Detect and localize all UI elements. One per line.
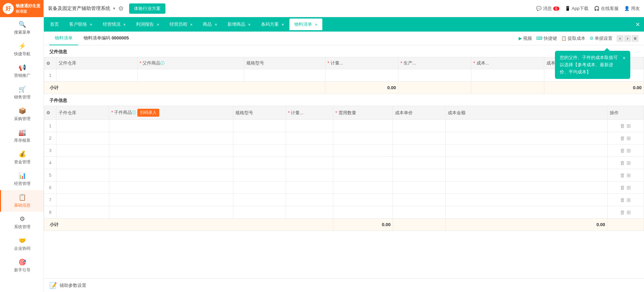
nav-tab-close-8[interactable]: × — [315, 22, 318, 27]
nav-tab-1[interactable]: 客户联络× — [64, 19, 97, 30]
child-cell-warehouse-3[interactable] — [57, 144, 109, 157]
close-all-tabs[interactable]: ✕ — [633, 21, 643, 28]
sub-tab-list[interactable]: 物料清单 — [49, 32, 78, 45]
copy-icon-2[interactable]: ⊞ — [627, 135, 631, 141]
child-cell-product-1[interactable] — [109, 120, 233, 132]
parent-col-settings[interactable]: ⚙ — [44, 57, 57, 69]
child-cell-quantity-4[interactable] — [333, 157, 393, 169]
child-cell-amount-8[interactable] — [445, 206, 607, 219]
child-cell-spec-8[interactable] — [233, 206, 286, 219]
child-cell-spec-2[interactable] — [233, 132, 286, 144]
child-cell-unitprice-5[interactable] — [393, 169, 446, 182]
nav-tab-7[interactable]: 条码方案× — [256, 19, 289, 30]
child-cell-unitprice-2[interactable] — [393, 132, 446, 144]
nav-tab-close-6[interactable]: × — [248, 22, 251, 27]
sidebar-item-9[interactable]: ⚙ 系统管理 — [0, 212, 44, 233]
child-cell-unitprice-8[interactable] — [393, 206, 446, 219]
delete-icon-6[interactable]: 🗑 — [620, 185, 625, 190]
sidebar-item-6[interactable]: 💰 资金管理 — [0, 147, 44, 168]
user-menu[interactable]: 👤 用友 — [624, 5, 640, 12]
scan-input-button[interactable]: 扫码录入 — [137, 109, 159, 117]
nav-tab-close-3[interactable]: × — [157, 22, 159, 27]
nav-tab-close-2[interactable]: × — [123, 22, 126, 27]
nav-tab-0[interactable]: 首页 — [45, 19, 64, 30]
delete-icon-5[interactable]: 🗑 — [620, 172, 625, 178]
video-button[interactable]: ▶ 视频 — [519, 35, 532, 42]
nav-tab-close-7[interactable]: × — [282, 22, 284, 27]
child-cell-amount-5[interactable] — [445, 169, 607, 182]
delete-icon-8[interactable]: 🗑 — [620, 209, 625, 215]
child-cell-product-6[interactable] — [109, 182, 233, 194]
child-cell-unitprice-4[interactable] — [393, 157, 446, 169]
nav-tab-6[interactable]: 新增商品× — [223, 19, 256, 30]
sidebar-item-8[interactable]: 📋 基础信息 — [0, 190, 44, 212]
child-cell-warehouse-8[interactable] — [57, 206, 109, 219]
child-cell-product-3[interactable] — [109, 144, 233, 157]
child-cell-product-8[interactable] — [109, 206, 233, 219]
parent-cell-warehouse[interactable] — [57, 69, 138, 82]
child-cell-unit-4[interactable] — [286, 157, 333, 169]
child-cell-quantity-7[interactable] — [333, 194, 393, 206]
nav-tab-close-1[interactable]: × — [90, 22, 92, 27]
delete-icon-7[interactable]: 🗑 — [620, 197, 625, 203]
child-cell-unit-3[interactable] — [286, 144, 333, 157]
copy-icon-8[interactable]: ⊞ — [627, 209, 631, 215]
sidebar-item-10[interactable]: 🤝 企业协同 — [0, 233, 44, 255]
document-settings-button[interactable]: ⚙ 单据设置 — [590, 35, 612, 42]
nav-tab-3[interactable]: 利润报告× — [131, 19, 164, 30]
sidebar-item-11[interactable]: 🎯 新手引导 — [0, 255, 44, 277]
child-cell-spec-5[interactable] — [233, 169, 286, 182]
child-cell-spec-4[interactable] — [233, 157, 286, 169]
child-cell-warehouse-1[interactable] — [57, 120, 109, 132]
child-cell-product-4[interactable] — [109, 157, 233, 169]
child-cell-spec-1[interactable] — [233, 120, 286, 132]
copy-icon-7[interactable]: ⊞ — [627, 197, 631, 203]
sidebar-item-3[interactable]: 🛒 销售管理 — [0, 82, 44, 104]
menu-button[interactable]: ≡ — [632, 35, 639, 42]
copy-icon-4[interactable]: ⊞ — [627, 160, 631, 166]
app-download-button[interactable]: 📱 App下载 — [565, 5, 589, 12]
sidebar-item-2[interactable]: 📢 营销推广 — [0, 60, 44, 82]
child-cell-warehouse-6[interactable] — [57, 182, 109, 194]
child-cell-amount-7[interactable] — [445, 194, 607, 206]
child-cell-unit-7[interactable] — [286, 194, 333, 206]
child-cell-amount-1[interactable] — [445, 120, 607, 132]
delete-icon-1[interactable]: 🗑 — [620, 123, 625, 129]
child-col-settings[interactable]: ⚙ — [44, 106, 57, 120]
child-cell-warehouse-2[interactable] — [57, 132, 109, 144]
child-cell-unit-8[interactable] — [286, 206, 333, 219]
child-cell-spec-7[interactable] — [233, 194, 286, 206]
delete-icon-2[interactable]: 🗑 — [620, 135, 625, 141]
nav-tab-8[interactable]: 物料清单× — [289, 19, 322, 30]
child-cell-amount-2[interactable] — [445, 132, 607, 144]
extract-cost-button[interactable]: 📋 提取成本 — [561, 35, 585, 42]
sidebar-item-0[interactable]: 🔍 搜索菜单 — [0, 17, 44, 39]
child-cell-unitprice-3[interactable] — [393, 144, 446, 157]
child-cell-quantity-8[interactable] — [333, 206, 393, 219]
copy-icon-3[interactable]: ⊞ — [627, 148, 631, 154]
sidebar-item-5[interactable]: 🏭 库存核算 — [0, 125, 44, 147]
trial-button[interactable]: 体验行业方案 — [129, 3, 165, 14]
nav-tab-4[interactable]: 经营历程× — [165, 19, 198, 30]
online-service-button[interactable]: 🎧 在线客服 — [594, 5, 619, 12]
child-cell-amount-6[interactable] — [445, 182, 607, 194]
child-cell-unit-1[interactable] — [286, 120, 333, 132]
child-cell-product-2[interactable] — [109, 132, 233, 144]
child-cell-unitprice-7[interactable] — [393, 194, 446, 206]
parent-cell-cost[interactable] — [471, 69, 544, 82]
child-cell-amount-4[interactable] — [445, 157, 607, 169]
next-button[interactable]: › — [624, 35, 631, 42]
bottom-label[interactable]: 辅助参数设置 — [60, 282, 86, 289]
copy-icon-6[interactable]: ⊞ — [627, 185, 631, 191]
child-cell-spec-6[interactable] — [233, 182, 286, 194]
shortcut-button[interactable]: ⌨ 快捷键 — [536, 35, 557, 42]
child-cell-quantity-1[interactable] — [333, 120, 393, 132]
child-cell-quantity-5[interactable] — [333, 169, 393, 182]
child-cell-amount-3[interactable] — [445, 144, 607, 157]
child-cell-warehouse-5[interactable] — [57, 169, 109, 182]
sidebar-item-7[interactable]: 📊 经营管理 — [0, 168, 44, 190]
child-cell-spec-3[interactable] — [233, 144, 286, 157]
child-cell-quantity-3[interactable] — [333, 144, 393, 157]
sidebar-item-4[interactable]: 📦 采购管理 — [0, 104, 44, 125]
nav-tab-5[interactable]: 商品× — [198, 19, 222, 30]
